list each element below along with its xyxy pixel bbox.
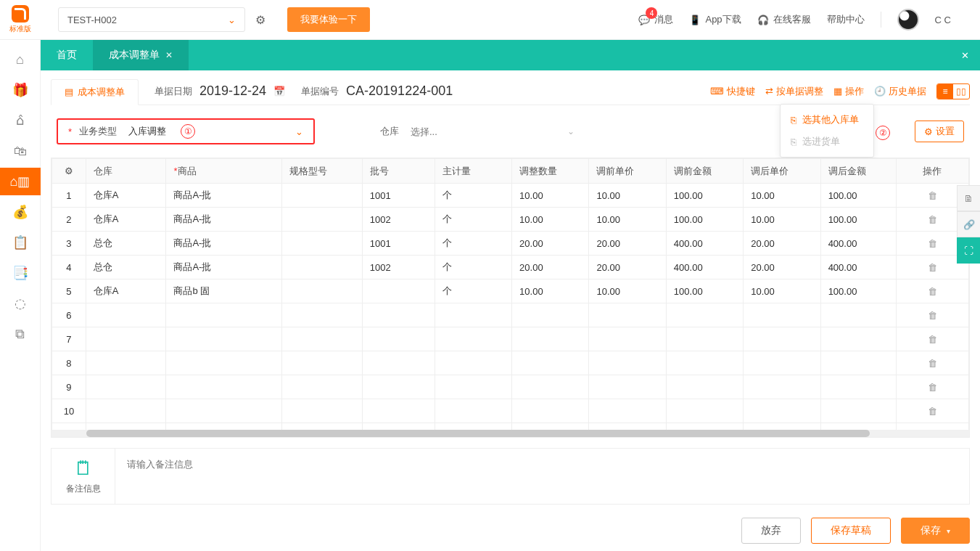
cell-batch[interactable] <box>362 327 435 351</box>
avatar[interactable] <box>897 9 919 30</box>
shortcut-action[interactable]: ⌨快捷键 <box>710 85 755 98</box>
cell-warehouse[interactable] <box>86 327 166 351</box>
nav-home-icon[interactable]: ⌂ <box>0 46 41 73</box>
cell-product[interactable] <box>166 423 282 430</box>
cell-qty[interactable]: 20.00 <box>512 256 589 279</box>
save-draft-button[interactable]: 保存草稿 <box>811 518 891 544</box>
col-unit[interactable]: 主计量 <box>435 159 511 184</box>
cell-pre-unit-price[interactable]: 10.00 <box>589 208 666 232</box>
cell-product[interactable] <box>166 303 282 327</box>
cell-pre-unit-price[interactable]: 20.00 <box>589 232 666 256</box>
row-index[interactable]: 7 <box>52 327 86 351</box>
discard-button[interactable]: 放弃 <box>741 518 801 544</box>
nav-warehouse-icon[interactable]: ⌂▥ <box>0 168 41 195</box>
table-row[interactable]: 4总仓商品A-批1002个20.0020.00400.0020.00400.00… <box>52 256 969 279</box>
table-row[interactable]: 7🗑 <box>52 327 969 351</box>
cell-post-unit-price[interactable]: 10.00 <box>744 279 820 303</box>
cell-qty[interactable] <box>512 375 589 399</box>
delete-icon[interactable]: 🗑 <box>928 214 937 225</box>
row-index[interactable]: 9 <box>52 375 86 399</box>
cell-pre-amount[interactable] <box>666 399 743 423</box>
column-settings-icon[interactable]: ⚙ <box>52 159 86 184</box>
cell-post-unit-price[interactable] <box>744 303 820 327</box>
user-name[interactable]: C C <box>935 15 951 25</box>
delete-icon[interactable]: 🗑 <box>928 190 937 201</box>
list-view-icon[interactable]: ≡ <box>937 84 953 99</box>
cell-warehouse[interactable]: 仓库A <box>86 208 166 232</box>
cell-post-amount[interactable] <box>820 399 896 423</box>
col-spec[interactable]: 规格型号 <box>282 159 363 184</box>
option-other-inbound[interactable]: ⎘选其他入库单 <box>781 109 873 131</box>
warehouse-select[interactable] <box>411 126 556 137</box>
col-batch[interactable]: 批号 <box>362 159 435 184</box>
cell-unit[interactable]: 个 <box>435 184 511 208</box>
table-row[interactable]: 5仓库A商品b 固个10.0010.00100.0010.00100.00🗑 <box>52 279 969 303</box>
cell-post-amount[interactable] <box>820 327 896 351</box>
cell-qty[interactable]: 10.00 <box>512 279 589 303</box>
app-download-link[interactable]: 📱 App下载 <box>689 13 741 26</box>
horizontal-scrollbar[interactable] <box>52 430 969 437</box>
cell-batch[interactable] <box>362 303 435 327</box>
cell-qty[interactable]: 10.00 <box>512 208 589 232</box>
cell-post-unit-price[interactable] <box>744 375 820 399</box>
cell-batch[interactable] <box>362 423 435 430</box>
messages-link[interactable]: 💬 消息 4 <box>638 13 673 26</box>
cell-pre-unit-price[interactable] <box>589 327 666 351</box>
cell-unit[interactable] <box>435 375 511 399</box>
cell-spec[interactable] <box>282 256 363 279</box>
cell-product[interactable] <box>166 351 282 375</box>
cell-spec[interactable] <box>282 399 363 423</box>
cell-post-amount[interactable]: 100.00 <box>820 208 896 232</box>
close-all-tabs[interactable]: ✕ <box>950 40 980 70</box>
delete-icon[interactable]: 🗑 <box>928 286 937 297</box>
customer-service-link[interactable]: 🎧 在线客服 <box>757 13 811 26</box>
remark-input[interactable] <box>127 459 958 470</box>
cell-batch[interactable] <box>362 399 435 423</box>
grid-view-icon[interactable]: ▯▯ <box>953 84 969 99</box>
gear-icon[interactable]: ⚙ <box>255 13 265 27</box>
side-expand-icon[interactable]: ⛶ <box>957 237 980 264</box>
cell-batch[interactable]: 1002 <box>362 256 435 279</box>
cell-spec[interactable] <box>282 327 363 351</box>
cell-product[interactable]: 商品A-批 <box>166 184 282 208</box>
save-button[interactable]: 保存 <box>901 518 970 544</box>
cell-product[interactable] <box>166 327 282 351</box>
cell-batch[interactable] <box>362 351 435 375</box>
nav-house-icon[interactable]: ⌂̂ <box>0 107 41 134</box>
cell-pre-amount[interactable] <box>666 423 743 430</box>
chevron-down-icon[interactable]: ⌄ <box>567 126 575 136</box>
cell-spec[interactable] <box>282 351 363 375</box>
cell-warehouse[interactable]: 总仓 <box>86 256 166 279</box>
delete-icon[interactable]: 🗑 <box>928 310 937 321</box>
table-row[interactable]: 1仓库A商品A-批1001个10.0010.00100.0010.00100.0… <box>52 184 969 208</box>
cell-batch[interactable]: 1002 <box>362 208 435 232</box>
org-selector[interactable]: TEST-H002 ⌄ <box>58 7 245 32</box>
delete-icon[interactable]: 🗑 <box>928 406 937 417</box>
cell-warehouse[interactable] <box>86 351 166 375</box>
col-post-unit-price[interactable]: 调后单价 <box>744 159 820 184</box>
calendar-icon[interactable]: 📅 <box>273 86 285 97</box>
scrollbar-thumb[interactable] <box>86 430 870 437</box>
cell-batch[interactable] <box>362 375 435 399</box>
cell-pre-amount[interactable] <box>666 351 743 375</box>
cell-pre-amount[interactable]: 400.00 <box>666 256 743 279</box>
cell-qty[interactable] <box>512 423 589 430</box>
cell-unit[interactable] <box>435 327 511 351</box>
help-center-link[interactable]: 帮助中心 <box>827 13 865 26</box>
by-bill-action[interactable]: ⇄按单据调整 <box>765 85 823 98</box>
delete-icon[interactable]: 🗑 <box>928 334 937 345</box>
settings-button[interactable]: ⚙设置 <box>915 121 964 142</box>
cell-warehouse[interactable] <box>86 303 166 327</box>
business-type-select[interactable]: * 业务类型 入库调整 ① ⌄ <box>57 118 315 144</box>
cell-post-unit-price[interactable] <box>744 351 820 375</box>
delete-icon[interactable]: 🗑 <box>928 382 937 393</box>
tab-cost-adjust[interactable]: 成本调整单 ✕ <box>93 40 189 70</box>
cell-unit[interactable] <box>435 423 511 430</box>
cell-post-amount[interactable] <box>820 351 896 375</box>
col-warehouse[interactable]: 仓库 <box>86 159 166 184</box>
cell-warehouse[interactable] <box>86 399 166 423</box>
table-row[interactable]: 11🗑 <box>52 423 969 430</box>
cell-qty[interactable] <box>512 303 589 327</box>
cell-post-amount[interactable]: 400.00 <box>820 232 896 256</box>
cell-pre-unit-price[interactable] <box>589 399 666 423</box>
